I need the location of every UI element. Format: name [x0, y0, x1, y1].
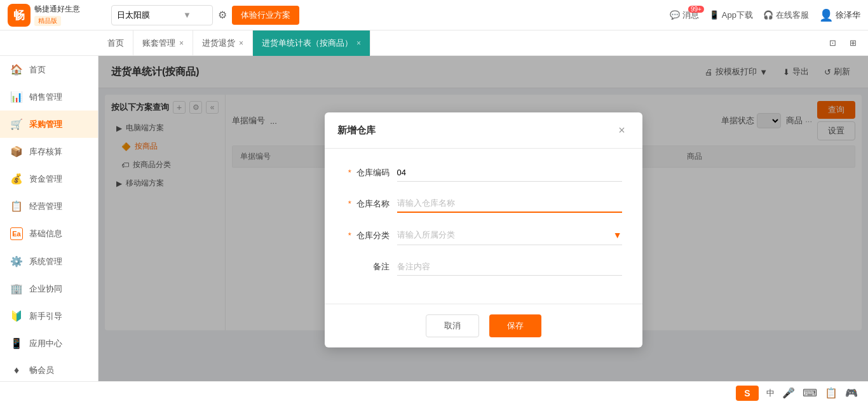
s-logo: S [736, 386, 759, 401]
logo-area: 畅 畅捷通好生意 精品版 [8, 4, 106, 27]
tab-action-restore[interactable]: ⊡ [825, 36, 840, 51]
sidebar-item-guide[interactable]: 🔰 新手引导 [0, 302, 98, 330]
system-icon: ⚙️ [10, 255, 23, 267]
type-dropdown-icon: ▼ [613, 230, 622, 240]
form-row-code: * 仓库编码 [345, 164, 622, 182]
sidebar-item-operations[interactable]: 📋 经营管理 [0, 192, 98, 220]
tab-purchase-return[interactable]: 进货退货 × [193, 30, 253, 56]
keyboard-icon[interactable]: ⌨ [803, 387, 817, 399]
bottom-bar: S 中 🎤 ⌨ 📋 🎮 [0, 381, 868, 404]
app-center-icon: 📱 [10, 337, 23, 349]
purchase-icon: 🛒 [10, 118, 23, 130]
top-header: 畅 畅捷通好生意 精品版 ▼ ⚙ 体验行业方案 💬 消息 99+ 📱 App下载… [0, 0, 868, 30]
tab-actions: ⊡ ⊞ [825, 36, 868, 51]
experience-btn[interactable]: 体验行业方案 [232, 6, 299, 25]
member-icon: ♦ [10, 365, 23, 376]
gamepad-icon[interactable]: 🎮 [845, 387, 858, 399]
inventory-icon: 📦 [10, 145, 23, 158]
logo-icon: 畅 [8, 4, 31, 27]
basic-info-icon: Ea [10, 227, 23, 240]
finance-icon: 💰 [10, 173, 23, 185]
save-button[interactable]: 保存 [489, 314, 541, 337]
form-row-type: * 仓库分类 请输入所属分类 ▼ [345, 226, 622, 245]
modal-add-warehouse: 新增仓库 × * 仓库编码 * [325, 112, 642, 347]
home-icon: 🏠 [10, 64, 23, 76]
input-warehouse-name[interactable] [397, 194, 622, 213]
sidebar-item-purchase[interactable]: 🛒 采购管理 [0, 111, 98, 138]
sidebar-item-enterprise[interactable]: 🏢 企业协同 [0, 275, 98, 302]
input-warehouse-code[interactable] [397, 164, 622, 182]
cancel-button[interactable]: 取消 [426, 314, 479, 337]
modal-overlay: 新增仓库 × * 仓库编码 * [98, 56, 868, 404]
sidebar: 🏠 首页 📊 销售管理 🛒 采购管理 📦 库存核算 💰 资金管理 📋 经营管理 … [0, 56, 98, 404]
logo-text: 畅捷通好生意 精品版 [34, 4, 80, 26]
main-layout: 🏠 首页 📊 销售管理 🛒 采购管理 📦 库存核算 💰 资金管理 📋 经营管理 … [0, 56, 868, 404]
tab-action-fullscreen[interactable]: ⊞ [845, 36, 860, 51]
modal-header: 新增仓库 × [325, 112, 642, 149]
lang-label: 中 [766, 387, 775, 399]
select-warehouse-type[interactable]: 请输入所属分类 ▼ [397, 226, 622, 245]
sales-icon: 📊 [10, 91, 23, 103]
input-remark[interactable] [397, 258, 622, 276]
sidebar-item-system[interactable]: ⚙️ 系统管理 [0, 248, 98, 275]
tab-purchase-stats[interactable]: 进货单统计表（按商品） × [253, 30, 370, 56]
sidebar-item-sales[interactable]: 📊 销售管理 [0, 83, 98, 111]
message-icon: 💬 [670, 10, 680, 20]
tab-accounts[interactable]: 账套管理 × [133, 30, 193, 56]
tab-close-purchase-stats[interactable]: × [356, 39, 361, 48]
app-download-btn[interactable]: 📱 App下载 [709, 10, 753, 21]
enterprise-icon: 🏢 [10, 283, 23, 295]
modal-close-btn[interactable]: × [614, 123, 630, 138]
tab-bar: 首页 账套管理 × 进货退货 × 进货单统计表（按商品） × ⊡ ⊞ [0, 30, 868, 56]
sidebar-item-home[interactable]: 🏠 首页 [0, 56, 98, 83]
search-dropdown-icon[interactable]: ▼ [183, 10, 191, 20]
tab-home[interactable]: 首页 [98, 30, 133, 56]
sidebar-item-member[interactable]: ♦ 畅会员 [0, 357, 98, 384]
clipboard-icon[interactable]: 📋 [825, 387, 837, 399]
operations-icon: 📋 [10, 200, 23, 212]
header-right: 💬 消息 99+ 📱 App下载 🎧 在线客服 👤 徐泽华 [670, 8, 860, 22]
content-area: 进货单统计(按商品) 🖨 按模板打印 ▼ ⬇ 导出 ↺ 刷新 [98, 56, 868, 404]
online-service-btn[interactable]: 🎧 在线客服 [763, 10, 809, 21]
label-name: * 仓库名称 [345, 198, 390, 210]
message-badge: 99+ [688, 6, 704, 13]
sidebar-item-basic-info[interactable]: Ea 基础信息 [0, 220, 98, 248]
sidebar-item-inventory[interactable]: 📦 库存核算 [0, 138, 98, 165]
tab-close-purchase-return[interactable]: × [239, 39, 243, 48]
label-type: * 仓库分类 [345, 230, 390, 241]
mic-icon[interactable]: 🎤 [782, 387, 795, 399]
form-row-name: * 仓库名称 [345, 194, 622, 213]
user-area[interactable]: 👤 徐泽华 [819, 8, 860, 22]
sidebar-item-finance[interactable]: 💰 资金管理 [0, 165, 98, 192]
tab-close-accounts[interactable]: × [179, 39, 184, 48]
headset-icon: 🎧 [763, 10, 773, 20]
guide-icon: 🔰 [10, 310, 23, 322]
message-btn[interactable]: 💬 消息 99+ [670, 10, 699, 21]
label-code: * 仓库编码 [345, 167, 390, 178]
modal-title: 新增仓库 [337, 125, 376, 137]
search-input[interactable] [117, 10, 180, 20]
search-bar[interactable]: ▼ [111, 5, 213, 25]
modal-footer: 取消 保存 [325, 304, 642, 347]
sidebar-item-app-center[interactable]: 📱 应用中心 [0, 330, 98, 357]
settings-icon[interactable]: ⚙ [218, 9, 227, 21]
label-remark: 备注 [345, 261, 390, 273]
modal-body: * 仓库编码 * 仓库名称 [325, 149, 642, 304]
phone-icon: 📱 [709, 10, 719, 20]
form-row-remark: 备注 [345, 258, 622, 276]
user-avatar-icon: 👤 [819, 8, 833, 22]
